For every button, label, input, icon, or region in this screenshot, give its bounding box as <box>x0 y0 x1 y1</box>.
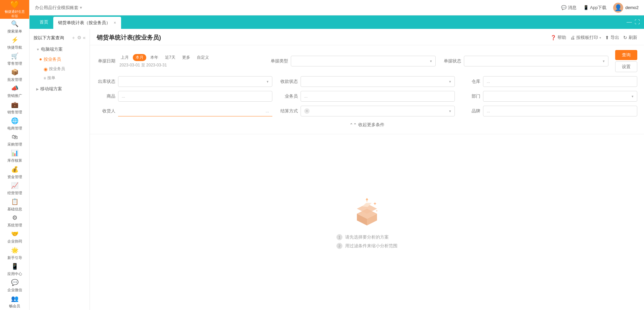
doc-status-select[interactable]: ▾ <box>464 56 608 66</box>
empty-illustration: ✦ ✦ <box>350 195 384 229</box>
doc-type-select[interactable]: ▾ <box>291 56 435 66</box>
sidebar-label-basic: 基础信息 <box>7 207 22 212</box>
filter-panel-icons: ＋ ⚙ « <box>71 35 86 41</box>
messages-label: 消息 <box>568 5 577 11</box>
sub-item-by-order-label: 按单 <box>47 75 55 81</box>
form-btn-group: 查询 设置 <box>615 50 637 72</box>
collapse-arrow: ⌃⌃ <box>350 122 357 127</box>
add-scheme-icon[interactable]: ＋ <box>71 35 76 41</box>
search-icon: 🔍 <box>11 20 18 28</box>
sidebar-item-member[interactable]: 👥 畅会员 <box>0 294 30 310</box>
goods-input[interactable]: ... <box>118 91 272 102</box>
sidebar-item-basic[interactable]: 📋 基础信息 <box>0 197 30 213</box>
refresh-btn[interactable]: ↻ 刷新 <box>623 35 637 41</box>
filter-group-pc-title[interactable]: ▼ 电脑端方案 <box>30 44 90 54</box>
brand-field: 品牌 ... <box>462 106 637 116</box>
warehouse-label: 仓库 <box>462 79 480 85</box>
tab-home[interactable]: 首页 <box>35 15 53 29</box>
by-order-icon: ≡ <box>44 76 46 81</box>
logo-text: 畅捷通好生意 <box>5 10 25 14</box>
receipt-status-select[interactable]: ▾ <box>301 76 455 87</box>
sidebar-label-ecom: 电商管理 <box>7 126 22 131</box>
sidebar-item-inventory[interactable]: 📊 库存核算 <box>0 148 30 164</box>
date-btn-last-7[interactable]: 近7天 <box>162 54 178 61</box>
member-icon: 👥 <box>11 295 18 302</box>
sidebar-item-finance[interactable]: 💰 资金管理 <box>0 164 30 180</box>
app-name[interactable]: 办公用品行业模拟账套 ▾ <box>35 5 82 11</box>
sidebar-label-finance: 资金管理 <box>7 174 22 179</box>
tab-maximize-btn[interactable]: ⛶ <box>635 19 640 25</box>
sidebar-item-ecom[interactable]: 🌐 电商管理 <box>0 116 30 132</box>
logo-sub: 标版 <box>11 14 18 18</box>
doc-type-label: 单据类型 <box>269 58 288 64</box>
settings-button[interactable]: 设置 <box>615 61 637 72</box>
svg-text:✦: ✦ <box>373 201 377 206</box>
sub-item-by-staff-sub[interactable]: ◉ 按业务员 <box>30 64 90 73</box>
goods-dots: ... <box>122 94 125 99</box>
sidebar-label-newbie: 新手引导 <box>7 255 22 260</box>
filter-item-by-staff[interactable]: 按业务员 <box>30 54 90 64</box>
doc-type-chevron: ▾ <box>430 59 432 63</box>
dept-select[interactable]: ▾ <box>483 91 637 102</box>
user-area[interactable]: 👤 demo2 <box>613 3 639 13</box>
date-btn-custom[interactable]: 自定义 <box>194 54 212 61</box>
tab-sales-stat[interactable]: 销货单统计表（按业务员） × <box>53 17 121 29</box>
sidebar-item-purchase[interactable]: 🛍 采购管理 <box>0 132 30 148</box>
sidebar-item-apps[interactable]: 📱 应用中心 <box>0 261 30 277</box>
collapse-btn[interactable]: ⌃⌃ 收起更多条件 <box>350 122 384 128</box>
date-btn-this-year[interactable]: 本年 <box>148 54 161 61</box>
sidebar-item-search[interactable]: 🔍 搜索菜单 <box>0 19 30 35</box>
sidebar-item-system[interactable]: ⚙ 系统管理 <box>0 213 30 229</box>
sub-item-by-order[interactable]: ≡ 按单 <box>30 73 90 83</box>
staff-input[interactable]: ... <box>301 91 455 102</box>
export-btn[interactable]: ⬆ 导出 <box>605 35 619 41</box>
tab-minimize-btn[interactable]: — <box>627 19 632 25</box>
filter-group-mobile[interactable]: ▶ 移动端方案 <box>30 84 90 94</box>
print-btn[interactable]: 🖨 按模板打印 ▾ <box>570 35 601 41</box>
sidebar-item-wholesale[interactable]: 📦 批发管理 <box>0 67 30 84</box>
sidebar-item-quick-nav[interactable]: ⚡ 快捷导航 <box>0 35 30 51</box>
tab-sales-stat-label: 销货单统计表（按业务员） <box>58 20 110 26</box>
app-download-btn[interactable]: 📱 App下载 <box>583 5 606 11</box>
collapse-label: 收起更多条件 <box>358 122 384 128</box>
date-btn-more[interactable]: 更多 <box>179 54 193 61</box>
refresh-icon: ↻ <box>623 35 627 40</box>
sub-item-by-staff-label: 按业务员 <box>49 66 65 72</box>
receipt-status-chevron: ▾ <box>449 80 451 84</box>
tip-num-2: 2 <box>336 243 342 249</box>
settle-chevron: ▾ <box>449 109 451 113</box>
collapse-bar: ⌃⌃ 收起更多条件 <box>97 120 637 129</box>
corp-wechat-icon: 💬 <box>11 279 18 286</box>
sidebar-item-corp-wechat[interactable]: 💬 企业微信 <box>0 278 30 294</box>
date-filter-bar: 上月 本月 本年 近7天 更多 自定义 <box>118 54 263 61</box>
out-status-select[interactable]: ▾ <box>118 76 272 87</box>
collapse-panel-icon[interactable]: « <box>83 35 86 41</box>
user-name: demo2 <box>625 5 639 10</box>
main-area: 办公用品行业模拟账套 ▾ 💬 消息 📱 App下载 👤 demo2 首页 <box>30 0 644 310</box>
settle-clear-btn[interactable]: × <box>304 108 310 114</box>
empty-tip-1: 1 请先选择要分析的方案 <box>336 234 397 240</box>
help-btn[interactable]: ❓ 帮助 <box>550 35 566 41</box>
sidebar-item-newbie[interactable]: 🌟 新手引导 <box>0 245 30 261</box>
brand-input[interactable]: ... <box>483 106 637 116</box>
warehouse-input[interactable]: ... <box>483 76 637 87</box>
goods-label: 商品 <box>97 93 115 99</box>
receiver-input[interactable]: ... <box>118 106 272 116</box>
mobile-group-label: 移动端方案 <box>40 86 62 92</box>
sidebar-item-retail[interactable]: 🛒 零售管理 <box>0 51 30 67</box>
messages-btn[interactable]: 💬 消息 <box>561 5 577 11</box>
sidebar-item-sales[interactable]: 💼 销售管理 <box>0 100 30 116</box>
sidebar-item-enterprise[interactable]: 🤝 企业协同 <box>0 229 30 245</box>
tip-2-text: 用过滤条件来缩小分析范围 <box>345 243 397 249</box>
staff-dots: ... <box>304 94 308 99</box>
date-btn-this-month[interactable]: 本月 <box>133 54 146 61</box>
sidebar-item-operation[interactable]: 📈 经营管理 <box>0 180 30 197</box>
system-icon: ⚙ <box>12 214 17 221</box>
settle-select[interactable]: × ▾ <box>301 106 455 116</box>
query-button[interactable]: 查询 <box>615 50 637 60</box>
tab-close-sales-stat[interactable]: × <box>114 20 116 25</box>
date-btn-last-month[interactable]: 上月 <box>118 54 131 61</box>
sidebar-item-marketing[interactable]: 📣 营销推广 <box>0 84 30 100</box>
settings-scheme-icon[interactable]: ⚙ <box>77 35 82 41</box>
sidebar-label-operation: 经营管理 <box>7 191 22 196</box>
